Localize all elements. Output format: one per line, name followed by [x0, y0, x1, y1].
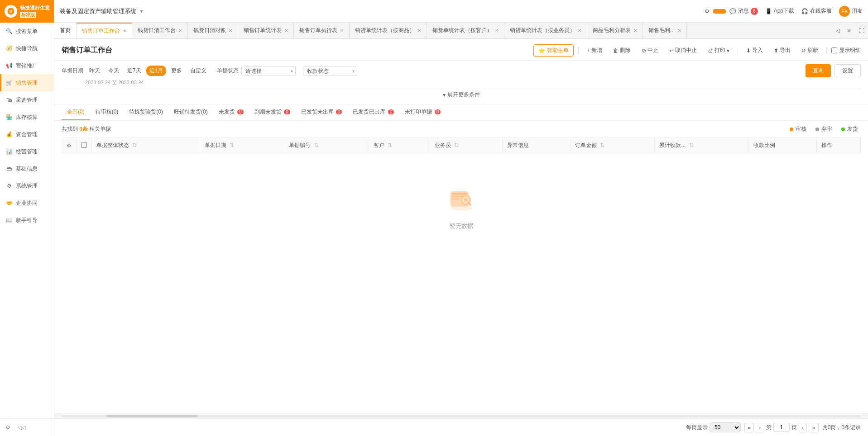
date-btn-yesterday[interactable]: 昨天 [86, 66, 103, 76]
tab-cash-reconcile[interactable]: 钱货日清对账 ✕ [188, 23, 238, 39]
select-all-checkbox[interactable] [81, 142, 87, 148]
tab-cash-reconcile-close[interactable]: ✕ [229, 28, 232, 33]
ship-btn[interactable]: 发货 [839, 124, 861, 134]
tab-sales-salesman-close[interactable]: ✕ [578, 28, 581, 33]
first-page-btn[interactable]: « [744, 423, 754, 432]
tab-sales-stat[interactable]: 销售订单统计表 ✕ [238, 23, 294, 39]
sub-tab-pending-audit[interactable]: 待审核(0) [90, 104, 124, 120]
sidebar-item-cooperation[interactable]: 🤝 企业协同 [0, 194, 54, 212]
tabbar: 首页 销售订单工作台 ✕ 钱货日清工作台 ✕ 钱货日清对账 ✕ 销售订单统计表 … [54, 23, 868, 39]
date-btn-1month[interactable]: 近1月 [146, 66, 167, 76]
query-btn[interactable]: 查询 [806, 64, 831, 77]
online-service-btn[interactable]: 🎧 在线客服 [801, 7, 832, 15]
sidebar-item-marketing[interactable]: 📢 营销推广 [0, 57, 54, 74]
sidebar-collapse-btn[interactable]: ◁◁ [16, 422, 28, 432]
sidebar-item-guide[interactable]: 📖 新手引导 [0, 212, 54, 229]
audit-btn[interactable]: 审核 [787, 124, 809, 134]
topbar-gear-btn[interactable]: ⚙ [705, 8, 710, 14]
tab-sales-profit-close[interactable]: ✕ [677, 28, 681, 33]
print-btn[interactable]: 🖨 打印 ▾ [704, 45, 733, 56]
cancel-stop-btn[interactable]: ↩ 取消中止 [666, 45, 700, 56]
refresh-btn[interactable]: ↺ 刷新 [798, 45, 822, 56]
col-customer-sort[interactable]: ⇅ [388, 142, 392, 148]
sidebar-item-search[interactable]: 🔍 搜索菜单 [0, 23, 54, 40]
tab-sales-exec[interactable]: 销售订单执行表 ✕ [294, 23, 350, 39]
tab-sales-stat-close[interactable]: ✕ [284, 28, 288, 33]
sidebar-item-basic[interactable]: 🗃 基础信息 [0, 160, 54, 177]
tab-sales-product[interactable]: 销货单统计表（按商品） ✕ [350, 23, 427, 39]
date-btn-more[interactable]: 更多 [168, 66, 185, 76]
sidebar-item-management[interactable]: 📊 经营管理 [0, 143, 54, 160]
tab-close-all-btn[interactable]: ✕ [843, 23, 855, 39]
last-page-btn[interactable]: » [809, 423, 818, 432]
setting-btn[interactable]: 设置 [834, 64, 861, 77]
revoke-btn[interactable]: 弃审 [813, 124, 835, 134]
divider-3 [826, 47, 827, 54]
date-btn-custom[interactable]: 自定义 [187, 66, 210, 76]
page-input[interactable] [773, 423, 790, 432]
col-date-sort[interactable]: ⇅ [230, 142, 234, 148]
sub-tab-unshipped[interactable]: 未发货 0 [213, 104, 249, 120]
sub-tab-all[interactable]: 全部(0) [62, 104, 90, 120]
tab-sales-salesman[interactable]: 销货单统计表（按业务员） ✕ [504, 23, 587, 39]
tab-sales-exec-close[interactable]: ✕ [340, 28, 344, 33]
smart-btn[interactable]: ⭐ 智能生单 [533, 44, 574, 57]
date-btn-7days[interactable]: 近7天 [124, 66, 144, 76]
sidebar-item-sales[interactable]: 🛒 销售管理 [0, 74, 54, 91]
tab-gross-profit-close[interactable]: ✕ [633, 28, 637, 33]
message-btn[interactable]: 💬 消息 6 [729, 7, 758, 15]
tab-fullscreen-btn[interactable]: ⛶ [855, 23, 868, 39]
col-salesman: 业务员 ⇅ [430, 138, 503, 153]
col-status-sort[interactable]: ⇅ [132, 142, 137, 148]
export-btn[interactable]: ⬆ 导出 [770, 45, 794, 56]
sub-tab-shipped-not-out[interactable]: 已发货未出库 0 [296, 104, 348, 120]
industry-btn[interactable] [713, 9, 726, 14]
payment-select[interactable]: 收款状态 [303, 66, 357, 76]
sub-tab-unprinted[interactable]: 未打印单据 0 [399, 104, 446, 120]
new-btn[interactable]: + 新增 [583, 45, 606, 56]
show-detail-input[interactable] [831, 47, 837, 53]
tab-home[interactable]: 首页 [54, 23, 77, 39]
sub-tab-wangpu[interactable]: 旺铺待发货(0) [168, 104, 213, 120]
tab-gross-profit[interactable]: 商品毛利分析表 ✕ [587, 23, 643, 39]
scroll-bar-thumb[interactable] [107, 415, 197, 417]
tab-sales-customer[interactable]: 销货单统计表（按客户） ✕ [427, 23, 504, 39]
sidebar-item-system[interactable]: ⚙ 系统管理 [0, 177, 54, 194]
tab-cash-daily-close[interactable]: ✕ [178, 28, 182, 33]
date-btn-today[interactable]: 今天 [105, 66, 122, 76]
sub-tab-overdue[interactable]: 到期未发货 0 [249, 104, 296, 120]
sub-tab-shipped-out[interactable]: 已发货已出库 0 [347, 104, 399, 120]
scroll-bar-track[interactable] [62, 415, 861, 417]
col-salesman-sort[interactable]: ⇅ [454, 142, 459, 148]
status-select[interactable]: 请选择 [241, 66, 296, 76]
sidebar-item-nav[interactable]: 🧭 快捷导航 [0, 40, 54, 57]
app-download-btn[interactable]: 📱 App下载 [765, 7, 794, 15]
tab-sales-profit[interactable]: 销售毛利... ✕ [643, 23, 687, 39]
page-size-select[interactable]: 50 100 200 [710, 422, 741, 432]
prev-page-btn[interactable]: ‹ [756, 423, 764, 432]
tab-sales-workbench-close[interactable]: ✕ [123, 28, 126, 33]
col-number-sort[interactable]: ⇅ [314, 142, 319, 148]
sidebar-item-finance[interactable]: 💰 资金管理 [0, 126, 54, 143]
show-detail-checkbox[interactable]: 显示明细 [831, 47, 861, 54]
sidebar-settings-btn[interactable]: ⚙ [4, 422, 12, 432]
delete-btn[interactable]: 🗑 删除 [609, 45, 634, 56]
sub-tab-pending-pick[interactable]: 待拣货验货(0) [124, 104, 168, 120]
tab-prev-btn[interactable]: ◁ [833, 23, 843, 39]
next-page-btn[interactable]: › [799, 423, 807, 432]
col-amount-sort[interactable]: ⇅ [600, 142, 604, 148]
settings-icon[interactable]: ⚙ [67, 142, 72, 149]
expand-btn[interactable]: ▾ 展开更多条件 [443, 91, 480, 99]
import-btn[interactable]: ⬇ 导入 [743, 45, 767, 56]
tab-sales-product-close[interactable]: ✕ [417, 28, 421, 33]
stop-btn[interactable]: ⊘ 中止 [638, 45, 662, 56]
tab-sales-exec-label: 销售订单执行表 [299, 27, 337, 34]
tab-sales-workbench[interactable]: 销售订单工作台 ✕ [77, 23, 132, 39]
svg-rect-4 [452, 199, 459, 199]
tab-sales-customer-close[interactable]: ✕ [495, 28, 499, 33]
sidebar-item-stock[interactable]: 🏪 库存核算 [0, 109, 54, 126]
tab-cash-daily[interactable]: 钱货日清工作台 ✕ [132, 23, 188, 39]
col-cumul-payment-sort[interactable]: ⇅ [689, 142, 694, 148]
user-btn[interactable]: Ea 用友 [839, 6, 863, 17]
sidebar-item-purchase[interactable]: 🛍 采购管理 [0, 91, 54, 109]
